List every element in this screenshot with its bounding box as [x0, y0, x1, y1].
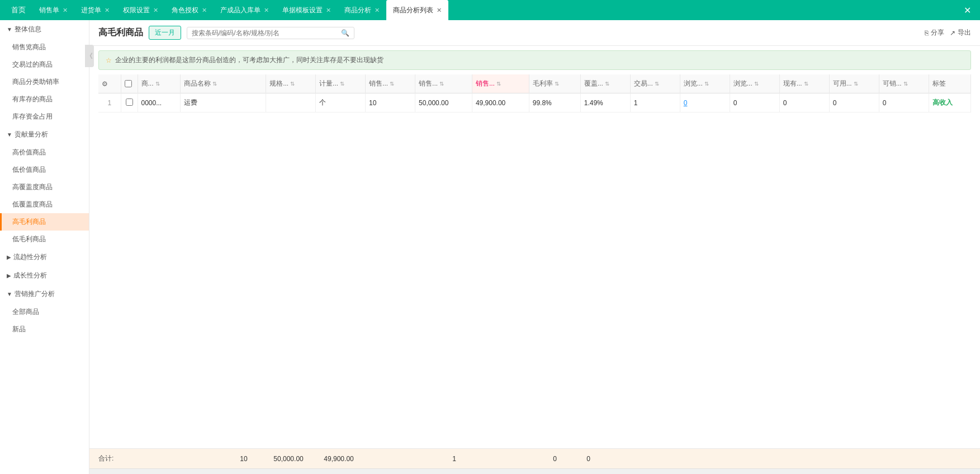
- sidebar-collapse-button[interactable]: 《: [85, 45, 94, 67]
- page-title: 高毛利商品: [98, 27, 143, 39]
- sidebar-item-low-margin[interactable]: 低毛利商品: [0, 231, 89, 248]
- sidebar-item-in-stock-products[interactable]: 有库存的商品: [0, 91, 89, 108]
- nav-product-inbound[interactable]: 产成品入库单 ✕: [214, 0, 276, 20]
- horizontal-scrollbar[interactable]: [89, 468, 980, 474]
- nav-product-analysis[interactable]: 商品分析 ✕: [338, 0, 386, 20]
- col-sales-cost-label: 销售...: [476, 79, 495, 88]
- sidebar-item-high-coverage[interactable]: 高覆盖度商品: [0, 179, 89, 196]
- col-sales-amount-header[interactable]: 销售... ⇅: [415, 74, 472, 93]
- col-coverage-header[interactable]: 覆盖... ⇅: [580, 74, 630, 93]
- sort-coverage-icon[interactable]: ⇅: [605, 81, 609, 87]
- sort-sales-cost-icon[interactable]: ⇅: [496, 81, 501, 87]
- nav-home[interactable]: 首页: [4, 0, 32, 20]
- row-browse1[interactable]: 0: [680, 93, 730, 112]
- close-role-auth-tab[interactable]: ✕: [202, 7, 207, 14]
- close-product-analysis-tab[interactable]: ✕: [375, 7, 380, 14]
- sort-name-icon[interactable]: ⇅: [212, 81, 217, 87]
- sort-stock-saleable-icon[interactable]: ⇅: [903, 81, 908, 87]
- close-sales-order-tab[interactable]: ✕: [63, 7, 68, 14]
- close-purchase-order-tab[interactable]: ✕: [105, 7, 110, 14]
- col-spec-header[interactable]: 规格... ⇅: [266, 74, 316, 93]
- date-filter-button[interactable]: 近一月: [149, 26, 181, 40]
- close-template-settings-tab[interactable]: ✕: [326, 7, 331, 14]
- col-sales-cost-header[interactable]: 销售... ⇅: [472, 74, 529, 93]
- sidebar-item-category-sales-rate[interactable]: 商品分类助销率: [0, 73, 89, 91]
- sort-sales-amount-icon[interactable]: ⇅: [439, 81, 444, 87]
- close-product-analysis-list-tab[interactable]: ✕: [437, 7, 442, 14]
- sort-gross-rate-icon[interactable]: ⇅: [555, 81, 559, 87]
- col-stock-saleable-header[interactable]: 可销... ⇅: [879, 74, 929, 93]
- close-window-button[interactable]: ✕: [959, 5, 976, 16]
- close-permission-settings-tab[interactable]: ✕: [153, 7, 158, 14]
- sort-code-icon[interactable]: ⇅: [155, 81, 160, 87]
- select-all-checkbox[interactable]: [125, 80, 132, 87]
- table-container: ⚙ 商... ⇅ 商品名称: [89, 74, 980, 448]
- search-icon[interactable]: 🔍: [341, 29, 349, 37]
- sidebar-item-high-margin[interactable]: 高毛利商品: [0, 213, 89, 231]
- share-button[interactable]: ⎘ 分享: [925, 28, 944, 37]
- col-stock-saleable-label: 可销...: [883, 79, 902, 88]
- arrow-growth: ▶: [7, 273, 11, 279]
- row-tag: 高收入: [929, 93, 970, 112]
- search-input[interactable]: [192, 29, 341, 37]
- sidebar-item-inventory-capital[interactable]: 库存资金占用: [0, 108, 89, 125]
- row-coverage: 1.49%: [580, 93, 630, 112]
- tip-icon: ☆: [106, 57, 112, 64]
- col-unit-header[interactable]: 计量... ⇅: [316, 74, 366, 93]
- sort-stock-current-icon[interactable]: ⇅: [804, 81, 808, 87]
- col-code-header[interactable]: 商... ⇅: [138, 74, 180, 93]
- nav-role-auth[interactable]: 角色授权 ✕: [165, 0, 214, 20]
- nav-product-analysis-list[interactable]: 商品分析列表 ✕: [386, 0, 448, 20]
- sort-spec-icon[interactable]: ⇅: [290, 81, 295, 87]
- row-checkbox-cell[interactable]: [121, 93, 138, 112]
- col-checkbox[interactable]: [121, 74, 138, 93]
- sort-browse1-icon[interactable]: ⇅: [704, 81, 709, 87]
- nav-purchase-order[interactable]: 进货单 ✕: [74, 0, 116, 20]
- col-stock-usable-header[interactable]: 可用... ⇅: [829, 74, 879, 93]
- sidebar-section-marketing-label: 营销推广分析: [15, 289, 55, 299]
- col-name-label: 商品名称: [184, 79, 211, 88]
- export-button[interactable]: ↗ 导出: [950, 28, 971, 37]
- sidebar-item-low-coverage[interactable]: 低覆盖度商品: [0, 196, 89, 213]
- sort-trade-icon[interactable]: ⇅: [655, 81, 659, 87]
- col-code-label: 商...: [141, 79, 154, 88]
- col-sales-qty-header[interactable]: 销售... ⇅: [366, 74, 415, 93]
- sidebar-item-all-products[interactable]: 全部商品: [0, 303, 89, 321]
- nav-template-settings[interactable]: 单据模板设置 ✕: [276, 0, 338, 20]
- sidebar-item-high-value[interactable]: 高价值商品: [0, 144, 89, 161]
- col-trade-header[interactable]: 交易... ⇅: [630, 74, 680, 93]
- col-browse2-header[interactable]: 浏览... ⇅: [730, 74, 779, 93]
- sort-sales-qty-icon[interactable]: ⇅: [390, 81, 394, 87]
- sidebar-section-marketing-analysis[interactable]: ▼ 营销推广分析: [0, 285, 89, 303]
- sort-browse2-icon[interactable]: ⇅: [754, 81, 759, 87]
- sidebar-item-low-value[interactable]: 低价值商品: [0, 161, 89, 179]
- close-product-inbound-tab[interactable]: ✕: [264, 7, 269, 14]
- col-settings[interactable]: ⚙: [98, 74, 121, 93]
- footer-bar: 合计: 10 50,000.00 49,900.00 1 0 0: [89, 448, 980, 468]
- col-gross-rate-header[interactable]: 毛利率 ⇅: [529, 74, 580, 93]
- table-header-row: ⚙ 商... ⇅ 商品名称: [98, 74, 971, 93]
- nav-permission-settings[interactable]: 权限设置 ✕: [116, 0, 165, 20]
- sort-unit-icon[interactable]: ⇅: [340, 81, 344, 87]
- sidebar-section-contribution-analysis[interactable]: ▼ 贡献量分析: [0, 125, 89, 144]
- arrow-contribution: ▼: [7, 132, 12, 138]
- row-browse2: 0: [730, 93, 779, 112]
- col-stock-current-header[interactable]: 现有... ⇅: [779, 74, 829, 93]
- sidebar-section-general-info[interactable]: ▼ 整体信息: [0, 20, 89, 39]
- row-checkbox[interactable]: [126, 98, 133, 106]
- col-browse1-header[interactable]: 浏览... ⇅: [680, 74, 730, 93]
- export-icon: ↗: [950, 29, 955, 37]
- sidebar-item-new-products[interactable]: 新品: [0, 321, 89, 338]
- arrow-flow: ▶: [7, 254, 11, 260]
- sidebar-section-growth-analysis[interactable]: ▶ 成长性分析: [0, 266, 89, 285]
- sidebar-item-traded-products[interactable]: 交易过的商品: [0, 56, 89, 73]
- col-name-header[interactable]: 商品名称 ⇅: [180, 74, 266, 93]
- col-sales-qty-label: 销售...: [369, 79, 388, 88]
- row-gross-rate: 99.8%: [529, 93, 580, 112]
- col-coverage-label: 覆盖...: [584, 79, 603, 88]
- sidebar-item-sales-overview[interactable]: 销售览商品: [0, 39, 89, 56]
- nav-sales-order[interactable]: 销售单 ✕: [32, 0, 74, 20]
- sort-stock-usable-icon[interactable]: ⇅: [854, 81, 858, 87]
- sidebar-section-flow-analysis[interactable]: ▶ 流趋性分析: [0, 248, 89, 266]
- row-unit: 个: [316, 93, 366, 112]
